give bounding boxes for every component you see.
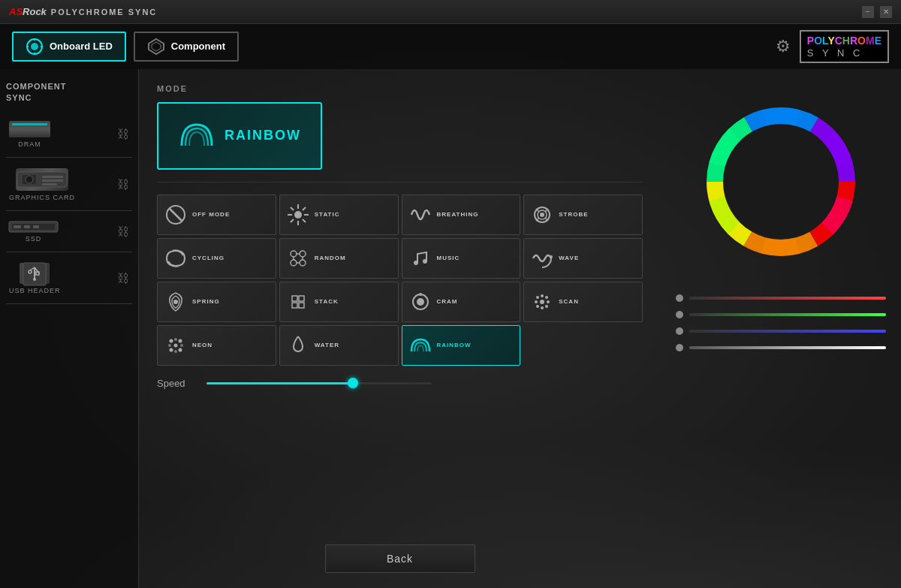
logo-polychrome: POLYCHROME [807, 35, 881, 47]
rainbow-hero-label: RAINBOW [224, 128, 301, 143]
svg-marker-3 [152, 42, 161, 51]
svg-point-35 [540, 213, 544, 217]
mode-cell-rainbow[interactable]: RAINBOW [402, 325, 521, 366]
minimize-button[interactable]: − [862, 6, 874, 18]
music-label: MUSIC [437, 255, 460, 261]
static-icon [286, 203, 310, 227]
scan-icon [530, 290, 554, 314]
green-slider-track[interactable] [689, 313, 886, 316]
spring-label: SPRING [192, 298, 220, 305]
mode-cell-static[interactable]: STATIC [279, 194, 399, 235]
svg-point-44 [414, 261, 418, 265]
svg-point-62 [535, 300, 538, 303]
wave-icon [530, 246, 554, 270]
gpu-label: Graphics Card [9, 194, 75, 201]
blue-slider-row [676, 327, 886, 335]
sidebar-item-gpu[interactable]: Graphics Card ⛓ [6, 164, 132, 211]
sidebar-item-dram[interactable]: DRAM ⛓ [6, 116, 132, 158]
mode-label: MODE [157, 84, 643, 93]
mode-cell-music[interactable]: MUSIC [402, 238, 521, 279]
speed-slider-track[interactable] [206, 382, 432, 384]
logo-box: POLYCHROME S Y N C [800, 30, 889, 63]
neon-label: NEON [192, 342, 212, 348]
component-button[interactable]: Component [134, 32, 239, 62]
mode-cell-wave[interactable]: WAVE [523, 238, 643, 279]
mode-cell-off[interactable]: OFF MODE [157, 194, 276, 235]
color-sliders [676, 294, 886, 351]
svg-line-29 [291, 207, 294, 210]
mode-cell-water[interactable]: WATER [279, 325, 399, 366]
wave-label: WAVE [559, 255, 579, 261]
stack-icon [286, 290, 310, 314]
svg-point-37 [300, 251, 306, 257]
alpha-slider-track[interactable] [689, 346, 886, 349]
svg-point-64 [170, 339, 173, 342]
dram-chain-icon: ⛓ [117, 128, 129, 141]
brand-asrock: ASRock [9, 6, 47, 17]
onboard-led-label: Onboard LED [50, 41, 113, 52]
spring-icon [164, 290, 188, 314]
mode-cell-spring[interactable]: SPRING [157, 282, 276, 322]
svg-rect-9 [42, 183, 57, 185]
water-icon [286, 333, 310, 357]
gpu-image [16, 168, 68, 191]
svg-point-57 [545, 296, 548, 299]
green-dot [676, 311, 683, 318]
mode-cell-cram[interactable]: CRAM [402, 282, 521, 322]
random-icon [286, 246, 310, 270]
sidebar-item-usb[interactable]: USB Header ⛓ [6, 258, 132, 304]
rainbow-icon [408, 333, 432, 357]
logo-sync: S Y N C [807, 47, 881, 59]
cycling-label: CYCLING [192, 255, 224, 261]
gpu-content: Graphics Card [9, 168, 75, 201]
gpu-chain-icon: ⛓ [117, 178, 129, 191]
svg-point-39 [300, 260, 306, 266]
mode-grid: OFF MODE [157, 194, 643, 366]
rainbow-hero[interactable]: RAINBOW [157, 102, 322, 170]
component-label: Component [171, 41, 225, 52]
usb-image [20, 263, 50, 284]
off-mode-label: OFF MODE [192, 211, 230, 218]
svg-rect-49 [299, 296, 304, 301]
mode-cell-neon[interactable]: NEON [157, 325, 276, 366]
rainbow-selected-label: RAINBOW [437, 342, 472, 348]
nav-right: ⚙ POLYCHROME S Y N C [776, 30, 889, 63]
top-nav: Onboard LED Component ⚙ POLYCHROME S Y N… [0, 24, 901, 69]
back-button[interactable]: Back [325, 544, 475, 573]
mode-cell-scan[interactable]: SCAN [523, 282, 643, 322]
right-panel [661, 69, 901, 588]
mode-cell-stack[interactable]: STACK [279, 282, 399, 322]
sidebar-item-ssd[interactable]: SSD ⛓ [6, 217, 132, 252]
scan-label: SCAN [559, 298, 579, 305]
svg-point-53 [417, 298, 424, 306]
speed-slider-thumb[interactable] [348, 378, 358, 388]
svg-point-38 [291, 260, 297, 266]
svg-point-36 [291, 251, 297, 257]
svg-point-67 [170, 348, 173, 351]
close-button[interactable]: ✕ [880, 6, 892, 18]
title-controls: − ✕ [862, 6, 892, 18]
svg-point-61 [536, 305, 539, 308]
mode-cell-random[interactable]: RANDOM [279, 238, 399, 279]
mode-cell-breathing[interactable]: BREATHING [402, 194, 521, 235]
red-slider-track[interactable] [689, 297, 886, 300]
svg-rect-7 [42, 176, 63, 178]
cram-icon [408, 290, 432, 314]
mode-cell-cycling[interactable]: CYCLING [157, 238, 276, 279]
random-label: RANDOM [315, 255, 346, 261]
red-slider-row [676, 294, 886, 302]
breathing-label: BREATHING [437, 211, 479, 218]
svg-point-71 [180, 344, 183, 347]
onboard-led-button[interactable]: Onboard LED [12, 32, 126, 62]
divider [157, 182, 643, 182]
usb-content: USB Header [9, 263, 61, 294]
back-btn-row: Back [157, 544, 643, 573]
svg-point-68 [179, 348, 182, 351]
settings-icon[interactable]: ⚙ [776, 37, 791, 56]
color-wheel[interactable] [698, 99, 863, 264]
ssd-svg [9, 222, 58, 232]
svg-point-69 [174, 338, 177, 341]
mode-cell-strobe[interactable]: STROBE [523, 194, 643, 235]
ssd-label: SSD [26, 235, 42, 243]
blue-slider-track[interactable] [689, 330, 886, 333]
